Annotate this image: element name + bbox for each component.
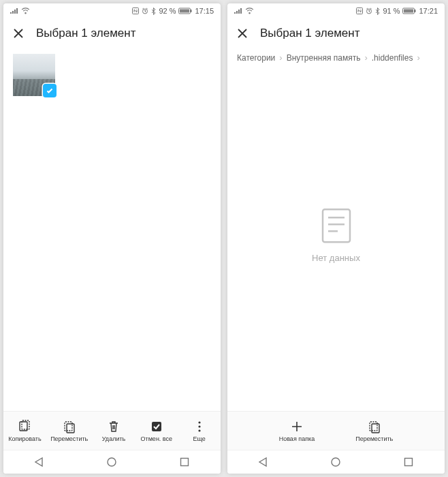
svg-rect-4 <box>180 10 189 13</box>
svg-rect-27 <box>404 459 412 466</box>
phone-left: 92 % 17:15 Выбран 1 элемент Копировать <box>3 3 221 474</box>
new-folder-button[interactable]: Новая папка <box>279 420 315 442</box>
svg-point-26 <box>332 458 340 466</box>
breadcrumb-item[interactable]: Внутренняя память <box>287 53 361 63</box>
bottom-toolbar: Новая папка Переместить <box>227 411 445 450</box>
chevron-right-icon: › <box>417 52 419 63</box>
svg-rect-25 <box>372 424 379 433</box>
svg-point-11 <box>198 425 200 427</box>
close-button[interactable] <box>12 27 25 40</box>
empty-state: Нет данных <box>227 206 445 263</box>
breadcrumb-item[interactable]: .hiddenfiles <box>372 53 413 63</box>
battery-percent: 91 % <box>383 7 400 15</box>
trash-icon <box>107 420 121 433</box>
svg-rect-20 <box>323 209 350 242</box>
alarm-icon <box>366 7 372 14</box>
content-area <box>3 48 221 411</box>
app-bar: Выбран 1 элемент <box>3 18 221 48</box>
move-label: Переместить <box>50 435 88 442</box>
bluetooth-icon <box>151 7 156 15</box>
delete-label: Удалить <box>102 435 125 442</box>
file-thumbnail[interactable] <box>13 54 55 96</box>
alarm-icon <box>142 7 148 14</box>
battery-icon <box>402 7 416 14</box>
svg-rect-14 <box>180 459 188 466</box>
more-button[interactable]: Еще <box>182 420 217 442</box>
svg-rect-7 <box>65 422 72 431</box>
move-icon <box>63 420 76 433</box>
recent-nav-button[interactable] <box>391 457 426 467</box>
wifi-icon <box>21 7 30 14</box>
svg-rect-9 <box>152 422 161 431</box>
svg-rect-18 <box>415 10 416 12</box>
battery-icon <box>178 7 192 14</box>
svg-point-12 <box>198 429 200 431</box>
app-bar-title: Выбран 1 элемент <box>260 27 359 40</box>
plus-icon <box>290 420 304 433</box>
status-bar: 91 % 17:21 <box>227 3 445 18</box>
clock: 17:21 <box>419 7 438 15</box>
home-nav-button[interactable] <box>319 457 353 467</box>
svg-rect-8 <box>67 424 74 433</box>
signal-icon <box>10 7 18 14</box>
deselect-icon <box>150 420 163 433</box>
empty-file-icon <box>320 206 353 245</box>
breadcrumb-item[interactable]: Категории <box>237 53 275 63</box>
breadcrumb: Категории › Внутренняя память › .hiddenf… <box>227 48 445 70</box>
empty-label: Нет данных <box>312 253 360 263</box>
move-button[interactable]: Переместить <box>355 420 393 442</box>
app-bar-title: Выбран 1 элемент <box>36 27 135 40</box>
bottom-toolbar: Копировать Переместить Удалить Отмен. вс… <box>3 411 221 450</box>
nfc-icon <box>132 7 139 14</box>
svg-rect-24 <box>370 422 377 431</box>
delete-button[interactable]: Удалить <box>97 420 131 442</box>
close-button[interactable] <box>236 27 249 40</box>
back-nav-button[interactable] <box>246 457 281 467</box>
copy-icon <box>18 420 31 433</box>
move-label: Переместить <box>355 435 393 442</box>
svg-rect-3 <box>191 10 192 12</box>
chevron-right-icon: › <box>364 52 367 63</box>
move-button[interactable]: Переместить <box>50 420 88 442</box>
new-folder-label: Новая папка <box>279 435 315 442</box>
more-label: Еще <box>193 435 205 442</box>
clock: 17:15 <box>195 7 214 15</box>
chevron-right-icon: › <box>279 52 282 63</box>
home-nav-button[interactable] <box>95 457 129 467</box>
nfc-icon <box>356 7 363 14</box>
deselect-label: Отмен. все <box>141 435 172 442</box>
recent-nav-button[interactable] <box>167 457 202 467</box>
wifi-icon <box>245 7 254 14</box>
svg-rect-19 <box>404 10 413 13</box>
bluetooth-icon <box>375 7 380 15</box>
app-bar: Выбран 1 элемент <box>227 18 445 48</box>
content-area: Нет данных <box>227 70 445 411</box>
android-nav-bar <box>3 450 221 474</box>
status-bar: 92 % 17:15 <box>3 3 221 18</box>
svg-point-10 <box>198 421 200 423</box>
phone-right: 91 % 17:21 Выбран 1 элемент Категории › … <box>227 3 445 474</box>
copy-button[interactable]: Копировать <box>7 420 42 442</box>
battery-percent: 92 % <box>159 7 176 15</box>
svg-point-13 <box>108 458 116 466</box>
selected-check-icon <box>43 84 57 97</box>
deselect-all-button[interactable]: Отмен. все <box>140 420 174 442</box>
android-nav-bar <box>227 450 445 474</box>
more-icon <box>193 420 206 433</box>
copy-label: Копировать <box>8 435 41 442</box>
move-icon <box>368 420 381 433</box>
back-nav-button[interactable] <box>22 457 57 467</box>
signal-icon <box>234 7 242 14</box>
